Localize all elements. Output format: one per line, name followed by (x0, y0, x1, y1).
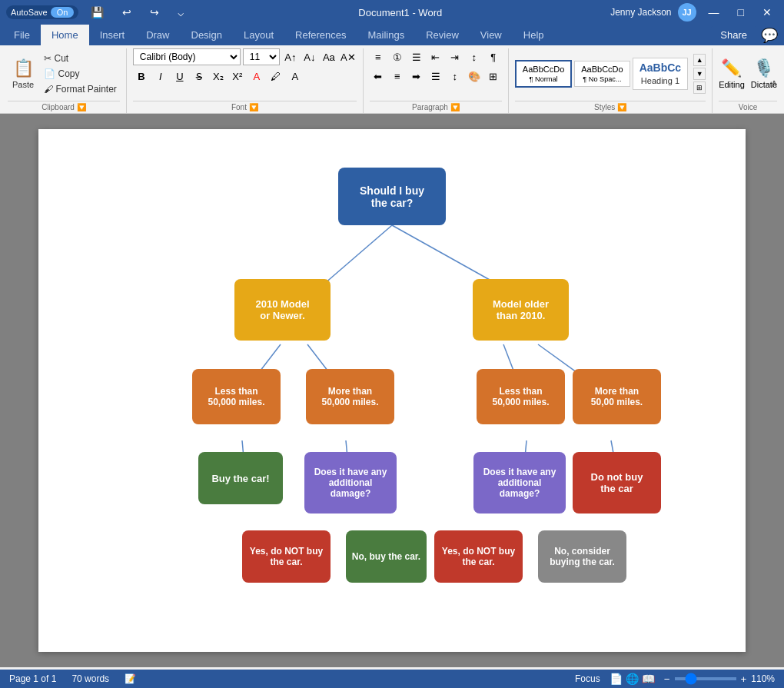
align-center-button[interactable]: ≡ (389, 68, 406, 85)
node-less-50k-left: Less than50,000 miles. (192, 369, 281, 424)
tab-home[interactable]: Home (41, 25, 89, 45)
sort-button[interactable]: ↕ (466, 48, 483, 65)
autosave-toggle[interactable]: AutoSave On (6, 5, 78, 19)
paste-label: Paste (12, 80, 34, 89)
node-more-50k-right: More than50,00 miles. (573, 369, 661, 424)
font-controls: Calibri (Body) 11 A↑ A↓ Aa A✕ B I U S̶ X… (133, 48, 357, 99)
style-heading1[interactable]: AaBbCcHeading 1 (633, 58, 688, 90)
multilevel-button[interactable]: ☰ (408, 48, 425, 65)
redo-button[interactable]: ↪ (144, 3, 165, 22)
borders-button[interactable]: ⊞ (485, 68, 502, 85)
paste-button[interactable]: 📋 Paste (8, 55, 38, 92)
title-bar: AutoSave On 💾 ↩ ↪ ⌵ Document1 - Word Jen… (0, 0, 784, 25)
align-left-button[interactable]: ⬅ (370, 68, 387, 85)
maximize-button[interactable]: □ (732, 3, 750, 22)
increase-indent-button[interactable]: ⇥ (447, 48, 463, 65)
node-yes-not-buy-left: Yes, do NOT buythe car. (242, 530, 331, 583)
strikethrough-button[interactable]: S̶ (191, 68, 208, 85)
tab-design[interactable]: Design (181, 25, 233, 45)
editing-area: ✏️ Editing (719, 58, 745, 89)
shading-button[interactable]: A (287, 68, 304, 85)
increase-font-button[interactable]: A↑ (282, 48, 299, 65)
document-title: Document1 - Word (190, 7, 610, 18)
tab-review[interactable]: Review (415, 25, 470, 45)
decrease-font-button[interactable]: A↓ (301, 48, 318, 65)
format-painter-button[interactable]: 🖌 Format Painter (41, 82, 120, 96)
font-size-select[interactable]: 11 (243, 48, 280, 65)
styles-scroll-down[interactable]: ▼ (693, 68, 706, 80)
share-button[interactable]: Share (711, 26, 756, 44)
node-less-50k-right: Less than50,000 miles. (477, 369, 565, 424)
document-area: Should I buythe car? 2010 Modelor Newer.… (0, 114, 784, 667)
user-name: Jenny Jackson (610, 7, 671, 18)
ribbon-content: 📋 Paste ✂ Cut 📄 Copy 🖌 Format Painter Cl… (0, 45, 784, 113)
editing-icon: ✏️ (721, 58, 742, 78)
style-normal[interactable]: AaBbCcDo¶ Normal (515, 60, 572, 88)
comments-button[interactable]: 💬 (761, 27, 778, 44)
tab-layout[interactable]: Layout (233, 25, 284, 45)
shading-para-button[interactable]: 🎨 (466, 68, 483, 85)
tab-view[interactable]: View (470, 25, 513, 45)
clipboard-mini: ✂ Cut 📄 Copy 🖌 Format Painter (41, 52, 120, 96)
line-spacing-button[interactable]: ↕ (447, 68, 463, 85)
paragraph-label: Paragraph 🔽 (370, 101, 502, 113)
styles-normal-box: AaBbCcDo¶ Normal (515, 60, 572, 88)
show-formatting-button[interactable]: ¶ (485, 48, 502, 65)
numbering-button[interactable]: ① (389, 48, 406, 65)
title-bar-left: AutoSave On 💾 ↩ ↪ ⌵ (6, 3, 190, 22)
autosave-label: AutoSave (11, 8, 48, 17)
tab-insert[interactable]: Insert (89, 25, 136, 45)
paragraph-controls: ≡ ① ☰ ⇤ ⇥ ↕ ¶ ⬅ ≡ ➡ ☰ ↕ 🎨 ⊞ (370, 48, 502, 99)
styles-scroll-up[interactable]: ▲ (693, 54, 706, 66)
underline-button[interactable]: U (171, 68, 188, 85)
clipboard-buttons: 📋 Paste ✂ Cut 📄 Copy 🖌 Format Painter (8, 48, 120, 99)
clear-format-button[interactable]: A✕ (340, 48, 357, 65)
autosave-state[interactable]: On (51, 7, 75, 18)
font-family-select[interactable]: Calibri (Body) (133, 48, 241, 65)
align-right-button[interactable]: ➡ (408, 68, 425, 85)
decrease-indent-button[interactable]: ⇤ (427, 48, 444, 65)
justify-button[interactable]: ☰ (427, 68, 444, 85)
group-clipboard: 📋 Paste ✂ Cut 📄 Copy 🖌 Format Painter Cl… (5, 48, 127, 113)
document-page[interactable]: Should I buythe car? 2010 Modelor Newer.… (38, 129, 746, 652)
tab-draw[interactable]: Draw (135, 25, 180, 45)
customize-button[interactable]: ⌵ (171, 3, 190, 22)
styles-heading1-box: AaBbCcHeading 1 (633, 58, 688, 90)
superscript-button[interactable]: X² (229, 68, 246, 85)
tab-mailings[interactable]: Mailings (357, 25, 416, 45)
ribbon-collapse-button[interactable]: ∧ (770, 77, 778, 89)
bullets-button[interactable]: ≡ (370, 48, 387, 65)
italic-button[interactable]: I (152, 68, 169, 85)
copy-button[interactable]: 📄 Copy (41, 67, 120, 81)
change-case-button[interactable]: Aa (321, 48, 337, 65)
ribbon-tabs: File Home Insert Draw Design Layout Refe… (0, 25, 784, 45)
styles-expand[interactable]: ⊞ (693, 81, 706, 94)
editing-label: Editing (719, 80, 745, 89)
group-styles: AaBbCcDo¶ Normal AaBbCcDo¶ No Spac... Aa… (512, 48, 713, 113)
group-font: Calibri (Body) 11 A↑ A↓ Aa A✕ B I U S̶ X… (130, 48, 364, 113)
avatar[interactable]: JJ (678, 3, 696, 22)
tab-help[interactable]: Help (513, 25, 555, 45)
tab-references[interactable]: References (284, 25, 357, 45)
styles-scroll: ▲ ▼ ⊞ (693, 54, 706, 94)
node-no-consider: No, considerbuying the car. (538, 530, 626, 583)
subscript-button[interactable]: X₂ (210, 68, 227, 85)
styles-nospacing-box: AaBbCcDo¶ No Spac... (574, 61, 630, 87)
bold-button[interactable]: B (133, 68, 150, 85)
undo-button[interactable]: ↩ (116, 3, 138, 22)
node-damage-right: Does it have anyadditionaldamage? (473, 452, 566, 514)
node-2010-newer: 2010 Modelor Newer. (234, 279, 331, 341)
styles-label: Styles 🔽 (515, 101, 706, 113)
style-no-spacing[interactable]: AaBbCcDo¶ No Spac... (574, 61, 630, 87)
tab-file[interactable]: File (3, 25, 41, 45)
font-color-button[interactable]: A (248, 68, 265, 85)
node-root: Should I buythe car? (338, 168, 446, 225)
ribbon: File Home Insert Draw Design Layout Refe… (0, 25, 784, 114)
dictate-icon: 🎙️ (753, 58, 774, 78)
minimize-button[interactable]: — (703, 3, 726, 22)
close-button[interactable]: ✕ (756, 3, 778, 22)
clipboard-label: Clipboard 🔽 (8, 101, 120, 113)
cut-button[interactable]: ✂ Cut (41, 52, 120, 65)
highlight-button[interactable]: 🖊 (267, 68, 284, 85)
save-button[interactable]: 💾 (85, 3, 110, 22)
